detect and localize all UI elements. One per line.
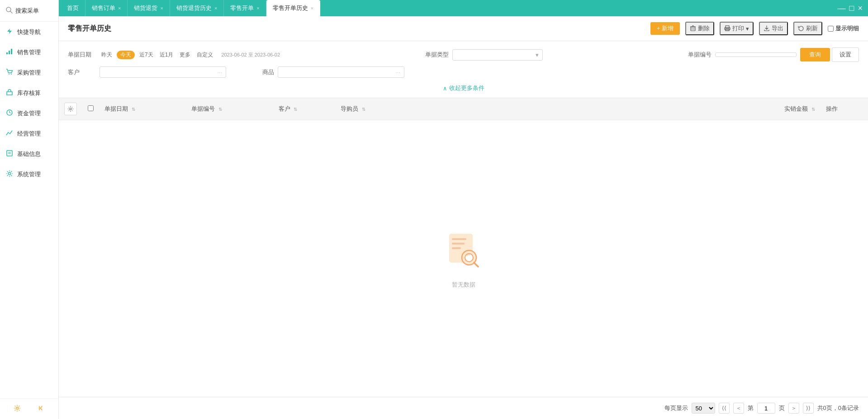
svg-rect-9 <box>7 151 12 156</box>
col-action: 操作 <box>821 98 868 120</box>
date-opt-today[interactable]: 今天 <box>117 51 135 59</box>
page-content: 零售开单历史 + 新增 删除 <box>59 16 868 419</box>
tab-sales-return[interactable]: 销货退货 × <box>128 0 170 16</box>
next-page-btn[interactable]: ＞ <box>788 403 799 414</box>
col-no[interactable]: 单据编号 ⇅ <box>186 98 273 120</box>
sidebar-item-label-quick-nav: 快捷导航 <box>17 28 41 36</box>
table-settings-button[interactable] <box>64 103 77 115</box>
filter-collapse-btn[interactable]: ∧ 收起更多条件 <box>68 82 859 94</box>
date-opt-more[interactable]: 更多 <box>178 51 192 59</box>
sidebar-item-label-sales-mgmt: 销售管理 <box>17 48 41 56</box>
export-icon <box>764 25 770 32</box>
goods-filter-input[interactable]: ··· <box>278 66 404 78</box>
display-detail-label: 显示明细 <box>835 24 859 33</box>
col-customer[interactable]: 客户 ⇅ <box>273 98 336 120</box>
col-amount[interactable]: 实销金额 ⇅ <box>734 98 821 120</box>
query-button[interactable]: 查询 <box>800 48 830 61</box>
refresh-label: 刷新 <box>806 24 818 33</box>
window-minimize-btn[interactable]: — <box>838 4 846 13</box>
sidebar-item-sales-mgmt[interactable]: 销售管理 <box>0 42 58 62</box>
page-input[interactable] <box>757 403 775 414</box>
col-salesperson-label: 导购员 <box>341 105 358 112</box>
tab-sales-return-close[interactable]: × <box>160 5 163 11</box>
collapse-up-icon: ∧ <box>443 85 447 92</box>
tab-sales-order-close[interactable]: × <box>118 5 121 11</box>
sidebar-item-operations[interactable]: 经营管理 <box>0 123 58 144</box>
sidebar-item-purchase-mgmt[interactable]: 采购管理 <box>0 62 58 83</box>
add-button[interactable]: + 新增 <box>650 22 680 35</box>
tab-retail-open[interactable]: 零售开单 × <box>224 0 266 16</box>
customer-filter-input[interactable]: ··· <box>100 66 226 78</box>
tab-retail-open-history-close[interactable]: × <box>311 5 313 11</box>
prev-page-btn[interactable]: ＜ <box>733 403 744 414</box>
search-menu[interactable]: 搜索采单 <box>0 0 58 22</box>
tab-sales-order[interactable]: 销售订单 × <box>85 0 128 16</box>
sidebar-item-base-info[interactable]: 基础信息 <box>0 144 58 164</box>
filter-row-customer: 客户 ··· 商品 ··· <box>68 66 859 78</box>
sidebar-item-finance[interactable]: 资金管理 <box>0 103 58 123</box>
refresh-button[interactable]: 刷新 <box>793 22 822 35</box>
col-date[interactable]: 单据日期 ⇅ <box>99 98 186 120</box>
export-button[interactable]: 导出 <box>759 22 788 35</box>
per-page-label: 每页显示 <box>664 404 688 412</box>
settings-button[interactable]: 设置 <box>832 47 859 62</box>
table-settings-col <box>59 98 82 120</box>
order-no-label: 单据编号 <box>688 51 711 59</box>
svg-rect-7 <box>7 92 12 95</box>
goods-filter-label: 商品 <box>262 68 274 76</box>
sidebar-item-label-base-info: 基础信息 <box>17 150 41 158</box>
goods-dots-icon: ··· <box>395 69 400 75</box>
type-filter-select[interactable]: ▾ <box>452 49 543 61</box>
tab-retail-open-history-label: 零售开单历史 <box>273 4 308 12</box>
delete-button[interactable]: 删除 <box>685 22 714 35</box>
sidebar-item-inventory[interactable]: 库存核算 <box>0 83 58 103</box>
tab-sales-return-history[interactable]: 销货退货历史 × <box>170 0 224 16</box>
col-date-label: 单据日期 <box>104 105 128 112</box>
svg-rect-15 <box>691 27 695 31</box>
tab-sales-return-history-close[interactable]: × <box>214 5 217 11</box>
tab-home[interactable]: 首页 <box>61 0 85 16</box>
search-menu-label: 搜索采单 <box>15 7 39 15</box>
date-opt-last7[interactable]: 近7天 <box>138 51 155 59</box>
tab-home-label: 首页 <box>67 4 79 12</box>
col-customer-sort: ⇅ <box>294 107 297 112</box>
first-page-btn[interactable]: ⟨⟨ <box>719 403 730 414</box>
print-label: 打印 <box>732 24 744 33</box>
svg-point-13 <box>16 407 19 410</box>
svg-point-12 <box>9 173 11 175</box>
col-action-label: 操作 <box>826 105 838 112</box>
select-all-checkbox[interactable] <box>88 105 94 111</box>
col-salesperson-sort: ⇅ <box>362 107 365 112</box>
window-close-btn[interactable]: × <box>858 4 863 13</box>
sidebar-item-label-finance: 资金管理 <box>17 109 41 118</box>
sidebar: 搜索采单 快捷导航 销售管理 <box>0 0 59 419</box>
tab-retail-open-label: 零售开单 <box>230 4 254 12</box>
tabs-bar: 首页 销售订单 × 销货退货 × 销货退货历史 × 零售开单 × 零售开单历史 … <box>59 0 868 16</box>
customer-filter-label: 客户 <box>68 68 100 76</box>
sidebar-item-quick-nav[interactable]: 快捷导航 <box>0 22 58 42</box>
tab-retail-open-close[interactable]: × <box>256 5 259 11</box>
date-opt-last1m[interactable]: 近1月 <box>158 51 175 59</box>
per-page-select[interactable]: 50 10 20 100 <box>692 403 715 414</box>
col-amount-sort: ⇅ <box>811 107 815 112</box>
tab-sales-return-history-label: 销货退货历史 <box>176 4 212 12</box>
last-page-btn[interactable]: ⟩⟩ <box>803 403 814 414</box>
window-maximize-btn[interactable]: □ <box>849 4 854 13</box>
tab-retail-open-history[interactable]: 零售开单历史 × <box>266 0 320 16</box>
empty-state: 暂无数据 <box>59 120 868 397</box>
order-no-input[interactable] <box>715 52 797 57</box>
display-detail[interactable]: 显示明细 <box>828 24 859 33</box>
sidebar-item-system-mgmt[interactable]: 系统管理 <box>0 164 58 184</box>
sidebar-nav: 快捷导航 销售管理 采购管理 <box>0 22 58 398</box>
print-button[interactable]: 打印 ▾ <box>720 22 754 35</box>
date-opt-custom[interactable]: 自定义 <box>195 51 215 59</box>
footer-settings-btn[interactable] <box>13 404 21 414</box>
baseinfo-icon <box>5 150 14 158</box>
date-opt-yesterday[interactable]: 昨天 <box>100 51 114 59</box>
col-salesperson[interactable]: 导购员 ⇅ <box>335 98 410 120</box>
col-date-sort: ⇅ <box>132 107 135 112</box>
footer-collapse-btn[interactable] <box>37 404 45 414</box>
display-detail-checkbox[interactable] <box>828 26 834 32</box>
sidebar-item-label-operations: 经营管理 <box>17 130 41 138</box>
table-checkbox-col[interactable] <box>82 98 99 120</box>
